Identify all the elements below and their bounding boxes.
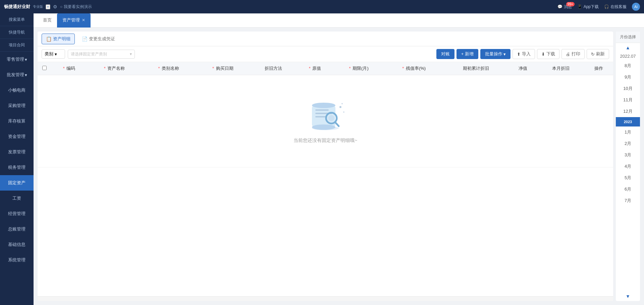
sidebar-item-fixed-assets[interactable]: 固定资产 (0, 175, 34, 191)
retail-arrow-icon: ▾ (25, 57, 27, 62)
month-item-9[interactable]: 9月 (616, 71, 640, 83)
select-all-checkbox[interactable] (42, 66, 47, 70)
top-bar: 畅捷通好业财 专业版 ▼ ⚙ ○ 我要看实例演示 💬 消息 99+ 📱 App下… (0, 0, 644, 13)
col-category: * 类别名称 (142, 62, 196, 75)
sidebar-item-retail[interactable]: 零售管理 ▾ (0, 52, 34, 67)
system-label: 系统管理 (8, 257, 25, 263)
print-label: 打印 (572, 51, 580, 57)
sidebar-item-finance[interactable]: 资金管理 (0, 129, 34, 144)
month-item-2[interactable]: 2月 (616, 138, 640, 149)
sidebar-item-basic-info[interactable]: 基础信息 (0, 237, 34, 252)
app-download-label: App下载 (584, 4, 599, 10)
online-service-label: 在线客服 (610, 4, 627, 10)
dropdown-arrow-btn[interactable]: ▼ (46, 4, 50, 9)
svg-line-9 (335, 122, 339, 126)
empty-text: 当前您还没有固定资产明细哦~ (293, 138, 357, 144)
sub-tab-change-voucher[interactable]: 📄 变更生成凭证 (77, 34, 119, 44)
month-item-8[interactable]: 8月 (616, 60, 640, 71)
category-select[interactable]: 类别 ▾ (42, 49, 65, 59)
sidebar-item-operations[interactable]: 经营管理 (0, 206, 34, 221)
main-panel: 📋 资产明细 📄 变更生成凭证 类别 ▾ 请选择固定资产类别 (38, 32, 613, 301)
settings-icon[interactable]: ⚙ (53, 4, 57, 9)
month-nav-up: ▲ (616, 43, 640, 52)
download-button[interactable]: ⬇ 下载 (537, 49, 559, 59)
month-down-btn[interactable]: ▼ (624, 293, 632, 300)
ecommerce-label: 小畅电商 (8, 87, 25, 93)
app-download-btn[interactable]: 📱 App下载 (577, 4, 599, 10)
tab-asset-management[interactable]: 资产管理 ✕ (57, 13, 91, 28)
message-badge: 99+ (566, 2, 575, 6)
sidebar-item-wholesale[interactable]: 批发管理 ▾ (0, 67, 34, 83)
quick-nav-label: 快捷导航 (3, 30, 31, 35)
sidebar-item-tax[interactable]: 税务管理 (0, 160, 34, 175)
print-button[interactable]: 🖨 打印 (561, 49, 585, 59)
bottom-scrollbar[interactable] (38, 296, 613, 301)
col-residual-rate: * 残值率(%) (384, 62, 444, 75)
print-icon: 🖨 (566, 52, 570, 57)
month-item-6[interactable]: 6月 (616, 184, 640, 195)
category-arrow-icon: ▾ (55, 52, 57, 57)
month-item-4[interactable]: 4月 (616, 161, 640, 172)
filter-arrow-icon: ▾ (130, 52, 132, 56)
project-contract-label: 项目合同 (3, 42, 31, 48)
sub-tab-asset-detail-label: 资产明细 (53, 36, 70, 42)
search-menu-label: 搜索菜单 (3, 17, 31, 22)
month-item-12[interactable]: 12月 (616, 106, 640, 117)
col-operation: 操作 (584, 62, 613, 75)
page-content: 📋 资产明细 📄 变更生成凭证 类别 ▾ 请选择固定资产类别 (34, 28, 644, 305)
asset-table: * 编码 * 资产名称 * 类别名称 (38, 62, 613, 167)
category-filter-input[interactable]: 请选择固定资产类别 ▾ (68, 50, 135, 59)
month-item-3[interactable]: 3月 (616, 149, 640, 161)
month-panel-title: 月份选择 (620, 35, 636, 39)
month-item-11[interactable]: 11月 (616, 94, 640, 106)
svg-point-2 (312, 103, 335, 108)
match-button[interactable]: 对账 (436, 49, 454, 59)
finance-label: 资金管理 (8, 134, 25, 140)
category-label: 类别 (45, 51, 53, 57)
sidebar-item-quick-nav[interactable]: 快捷导航 (0, 26, 34, 39)
add-button[interactable]: + 新增 (457, 49, 478, 59)
purchase-label: 采购管理 (8, 103, 25, 109)
empty-state: 当前您还没有固定资产明细哦~ (40, 79, 610, 164)
sidebar-item-general-ledger[interactable]: 总账管理 (0, 221, 34, 237)
sub-tab-change-voucher-label: 变更生成凭证 (89, 36, 115, 42)
avatar[interactable]: Ai (632, 3, 640, 11)
tab-home[interactable]: 首页 (38, 13, 57, 28)
sidebar-item-purchase[interactable]: 采购管理 (0, 98, 34, 113)
wholesale-arrow-icon: ▾ (25, 72, 27, 78)
sidebar-item-system[interactable]: 系统管理 (0, 252, 34, 268)
checkbox-header (38, 62, 51, 75)
demo-link[interactable]: ○ 我要看实例演示 (60, 4, 92, 10)
tab-close-icon[interactable]: ✕ (82, 18, 85, 22)
change-voucher-icon: 📄 (82, 36, 88, 42)
month-item-year-2023[interactable]: 2023 (616, 117, 640, 126)
sidebar-item-salary[interactable]: 工资 (0, 191, 34, 206)
message-btn[interactable]: 💬 消息 99+ (557, 4, 572, 10)
sidebar-item-project-contract[interactable]: 项目合同 (0, 39, 34, 52)
sub-tab-asset-detail[interactable]: 📋 资产明细 (42, 34, 75, 44)
month-item-10[interactable]: 10月 (616, 83, 640, 94)
batch-button[interactable]: 批量操作 ▾ (480, 49, 511, 59)
add-button-label: + 新增 (461, 51, 474, 57)
empty-state-row: 当前您还没有固定资产明细哦~ (38, 75, 613, 167)
retail-label: 零售管理 (7, 56, 24, 62)
import-button[interactable]: ⬆ 导入 (513, 49, 535, 59)
col-period-depreciation: 期初累计折旧 (444, 62, 508, 75)
col-code: * 编码 (51, 62, 87, 75)
month-item-7[interactable]: 7月 (616, 195, 640, 206)
sub-tab-bar: 📋 资产明细 📄 变更生成凭证 (38, 32, 613, 46)
refresh-button[interactable]: ↻ 刷新 (587, 49, 609, 59)
sidebar-item-search-menu[interactable]: 搜索菜单 (0, 13, 34, 26)
month-year-display[interactable]: 2022.07 (616, 52, 640, 60)
sidebar-item-invoice[interactable]: 发票管理 (0, 144, 34, 160)
month-up-btn[interactable]: ▲ (624, 44, 632, 51)
month-item-1[interactable]: 1月 (616, 126, 640, 138)
month-item-5[interactable]: 5月 (616, 172, 640, 184)
sidebar-item-inventory[interactable]: 库存核算 (0, 113, 34, 129)
refresh-label: 刷新 (596, 51, 605, 57)
online-service-btn[interactable]: 🎧 在线客服 (604, 4, 627, 10)
sidebar-item-ecommerce[interactable]: 小畅电商 (0, 83, 34, 98)
category-placeholder: 请选择固定资产类别 (71, 51, 107, 57)
col-period-months: * 期限(月) (333, 62, 384, 75)
app-subtitle: 专业版 (33, 4, 43, 9)
